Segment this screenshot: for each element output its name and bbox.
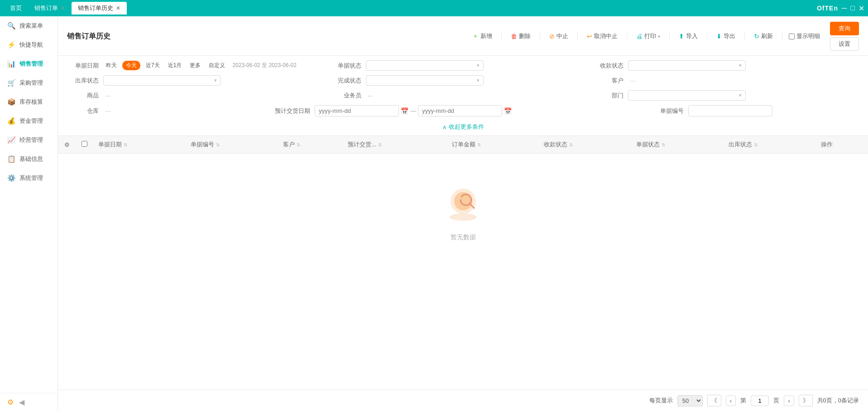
customer-picker-btn[interactable]: ··· bbox=[630, 77, 636, 84]
delivery-date-start[interactable] bbox=[315, 105, 399, 116]
window-min-btn[interactable]: ─ bbox=[842, 4, 847, 12]
receipt-status-col: ▾ bbox=[628, 60, 859, 71]
th-settings[interactable]: ⚙ bbox=[58, 136, 76, 154]
current-page-input[interactable] bbox=[751, 396, 769, 406]
total-label: 共0页，0条记录 bbox=[817, 396, 859, 405]
purchase-icon: 🛒 bbox=[7, 79, 16, 87]
shortcut-custom[interactable]: 自定义 bbox=[206, 61, 228, 70]
settings-button[interactable]: 设置 bbox=[830, 37, 859, 51]
order-status-select[interactable]: ▾ bbox=[366, 60, 484, 71]
window-close-btn[interactable]: ✕ bbox=[858, 4, 864, 13]
page-unit: 页 bbox=[773, 396, 779, 405]
receipt-status-select[interactable]: ▾ bbox=[628, 60, 746, 71]
query-button[interactable]: 查询 bbox=[830, 22, 859, 35]
sales-icon: 📊 bbox=[7, 60, 16, 68]
shortcut-today[interactable]: 今天 bbox=[122, 61, 140, 70]
shortcut-7days[interactable]: 近7天 bbox=[143, 61, 163, 70]
collapse-btn[interactable]: ∧ 收起更多条件 bbox=[67, 121, 859, 133]
sidebar: 🔍 搜索菜单 ⚡ 快捷导航 📊 销售管理 🛒 采购管理 📦 库存核算 💰 资金管… bbox=[0, 16, 58, 411]
divider4 bbox=[627, 33, 627, 40]
new-btn[interactable]: ＋ 新增 bbox=[470, 30, 495, 42]
page-size-select[interactable]: 50 20 100 bbox=[677, 395, 703, 406]
th-receipt-status[interactable]: 收款状态 ⇅ bbox=[538, 136, 631, 154]
calendar-end-icon[interactable]: 📅 bbox=[504, 107, 512, 115]
out-status-col: ▾ bbox=[103, 75, 334, 86]
export-icon: ⬇ bbox=[716, 33, 722, 40]
sidebar-item-operation-label: 经营管理 bbox=[19, 136, 43, 144]
th-action-label: 操作 bbox=[821, 141, 833, 148]
date-range-display: 2023-06-02 至 2023-06-02 bbox=[232, 62, 296, 69]
divider1 bbox=[501, 33, 502, 40]
tab-sales-history-label: 销售订单历史 bbox=[78, 4, 113, 12]
shortcut-1month[interactable]: 近1月 bbox=[165, 61, 185, 70]
th-date[interactable]: 单据日期 ⇅ bbox=[93, 136, 185, 154]
sidebar-item-basic[interactable]: 📋 基础信息 bbox=[0, 150, 58, 169]
out-status-select[interactable]: ▾ bbox=[103, 75, 221, 86]
display-detail-checkbox[interactable]: 显示明细 bbox=[789, 32, 820, 40]
complete-status-select[interactable]: ▾ bbox=[366, 75, 484, 86]
first-page-btn[interactable]: 《 bbox=[707, 395, 721, 406]
sort-customer-icon: ⇅ bbox=[297, 142, 300, 147]
last-page-btn[interactable]: 》 bbox=[799, 395, 813, 406]
cancel-stop-btn[interactable]: ↩ 取消中止 bbox=[584, 30, 620, 42]
th-customer[interactable]: 客户 ⇅ bbox=[278, 136, 343, 154]
th-outbound[interactable]: 出库状态 ⇅ bbox=[723, 136, 815, 154]
order-no-input[interactable] bbox=[688, 105, 772, 116]
sidebar-item-operation[interactable]: 📈 经营管理 bbox=[0, 131, 58, 150]
th-order-status-label: 单据状态 bbox=[636, 140, 660, 149]
shortcut-more[interactable]: 更多 bbox=[187, 61, 203, 70]
tab-home[interactable]: 首页 bbox=[4, 2, 28, 15]
delivery-date-col: 📅 — 📅 bbox=[315, 105, 657, 116]
table-container[interactable]: ⚙ 单据日期 ⇅ bbox=[58, 136, 868, 390]
sidebar-item-quick-nav[interactable]: ⚡ 快捷导航 bbox=[0, 35, 58, 54]
th-check[interactable] bbox=[76, 136, 93, 154]
sidebar-item-search-menu[interactable]: 🔍 搜索菜单 bbox=[0, 16, 58, 35]
sidebar-item-system[interactable]: ⚙️ 系统管理 bbox=[0, 169, 58, 188]
sidebar-collapse-icon[interactable]: ◀ bbox=[19, 398, 24, 406]
complete-status-chevron-icon: ▾ bbox=[477, 77, 480, 83]
refresh-btn[interactable]: ↻ 刷新 bbox=[751, 30, 776, 42]
order-no-label: 单据编号 bbox=[657, 107, 688, 115]
tab-sales-history-close[interactable]: ✕ bbox=[116, 5, 120, 11]
order-status-col: ▾ bbox=[366, 60, 597, 71]
empty-text: 暂无数据 bbox=[451, 233, 476, 242]
sidebar-gear-icon[interactable]: ⚙ bbox=[7, 398, 14, 406]
sidebar-item-capital[interactable]: 💰 资金管理 bbox=[0, 111, 58, 131]
th-no[interactable]: 单据编号 ⇅ bbox=[185, 136, 278, 154]
next-page-btn[interactable]: › bbox=[784, 396, 794, 406]
pagination-bar: 每页显示 50 20 100 《 ‹ 第 页 › 》 共0页，0条记录 bbox=[58, 390, 868, 411]
sidebar-bottom: ⚙ ◀ bbox=[0, 393, 58, 411]
dept-select[interactable]: ▾ bbox=[628, 90, 746, 101]
tab-sales-order-close[interactable]: ✕ bbox=[61, 5, 65, 11]
goods-picker-btn[interactable]: ··· bbox=[105, 92, 111, 99]
warehouse-picker-btn[interactable]: ··· bbox=[105, 107, 111, 115]
stop-label: 中止 bbox=[556, 32, 568, 40]
import-btn[interactable]: ⬆ 导入 bbox=[676, 30, 700, 42]
window-max-btn[interactable]: □ bbox=[850, 4, 855, 12]
prev-page-btn[interactable]: ‹ bbox=[726, 396, 736, 406]
inventory-icon: 📦 bbox=[7, 98, 16, 106]
shortcut-yesterday[interactable]: 昨天 bbox=[103, 61, 120, 70]
print-label: 打印 bbox=[644, 32, 656, 40]
sidebar-item-inventory[interactable]: 📦 库存核算 bbox=[0, 92, 58, 111]
display-detail-input[interactable] bbox=[789, 34, 795, 39]
delivery-date-end[interactable] bbox=[418, 105, 502, 116]
sidebar-item-sales[interactable]: 📊 销售管理 bbox=[0, 54, 58, 73]
th-delivery[interactable]: 预计交货... ⇅ bbox=[342, 136, 446, 154]
print-btn[interactable]: 🖨 打印 ▾ bbox=[633, 30, 663, 42]
tab-sales-history[interactable]: 销售订单历史 ✕ bbox=[72, 2, 127, 15]
th-amount[interactable]: 订单金额 ⇅ bbox=[446, 136, 539, 154]
calendar-start-icon[interactable]: 📅 bbox=[401, 107, 408, 115]
sidebar-item-purchase[interactable]: 🛒 采购管理 bbox=[0, 73, 58, 92]
cancel-stop-label: 取消中止 bbox=[594, 32, 618, 40]
page-label: 第 bbox=[740, 396, 746, 405]
salesman-picker-btn[interactable]: ··· bbox=[368, 92, 374, 99]
tab-sales-order[interactable]: 销售订单 ✕ bbox=[28, 2, 72, 15]
export-btn[interactable]: ⬇ 导出 bbox=[714, 30, 738, 42]
empty-state: 暂无数据 bbox=[58, 154, 868, 269]
stop-btn[interactable]: ⊘ 中止 bbox=[547, 30, 571, 42]
table-settings-icon[interactable]: ⚙ bbox=[64, 141, 70, 148]
select-all-checkbox[interactable] bbox=[82, 141, 87, 147]
delete-btn[interactable]: 🗑 删除 bbox=[508, 30, 533, 42]
th-order-status[interactable]: 单据状态 ⇅ bbox=[631, 136, 723, 154]
